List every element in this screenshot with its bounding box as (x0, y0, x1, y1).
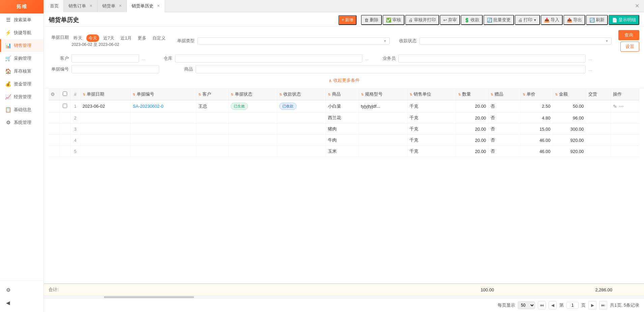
tab-sales-order[interactable]: 销售订单 ✕ (64, 0, 97, 12)
row-checkbox-cell[interactable] (59, 146, 70, 157)
row-checkbox-cell[interactable] (59, 124, 70, 135)
goods-input[interactable] (196, 65, 586, 73)
salesperson-input[interactable] (398, 54, 586, 62)
sidebar-item-base-info[interactable]: 📋 基础信息 (0, 103, 44, 116)
operations-icon: 📈 (5, 94, 11, 100)
col-unit-price[interactable]: ⇅ 单价 (521, 88, 553, 100)
row-spec: tyjyjtyjdf... (359, 100, 407, 112)
row-checkbox-cell[interactable] (59, 112, 70, 124)
doc-type-select[interactable]: ▼ (197, 37, 390, 45)
warehouse-ellipsis[interactable]: ... (365, 56, 369, 61)
col-checkbox[interactable] (59, 88, 70, 100)
settings-button[interactable]: 设置 (620, 42, 639, 52)
row-doc-status (228, 124, 277, 135)
date-btn-custom[interactable]: 自定义 (150, 34, 168, 42)
tab-home[interactable]: 首页 (45, 0, 64, 12)
date-btn-today[interactable]: 今天 (86, 34, 99, 42)
warehouse-input[interactable] (175, 54, 362, 62)
sort-icon: ⇅ (279, 93, 282, 96)
date-btn-yesterday[interactable]: 昨天 (72, 34, 84, 42)
col-settings[interactable]: ⚙ (49, 88, 59, 100)
horizontal-scrollbar[interactable] (44, 295, 644, 298)
tab-sales-history-close[interactable]: ✕ (157, 4, 160, 8)
date-options: 昨天 今天 近7天 近1月 更多 自定义 2023-06-02 至 2023-0… (72, 34, 168, 48)
doc-no-link[interactable]: SA-20230602-0 (133, 104, 163, 109)
col-gift[interactable]: ⇅ 赠品 (488, 88, 521, 100)
sidebar-bottom-item2[interactable]: ◀ (0, 296, 44, 309)
sidebar-item-sales-mgmt[interactable]: 📊 销售管理 (0, 39, 44, 52)
sidebar: 拓维 ☰ 搜索菜单 ⚡ 快捷导航 📊 销售管理 🛒 采购管理 🏠 库存核算 💰 … (0, 0, 44, 312)
col-spec[interactable]: ⇅ 规格型号 (359, 88, 407, 100)
col-amount[interactable]: ⇅ 金额 (553, 88, 586, 100)
table-wrapper[interactable]: ⚙ # ⇅ 单据日期 (44, 88, 644, 283)
show-detail-icon: 📄 (612, 18, 617, 23)
gear-icon[interactable]: ⚙ (51, 92, 55, 97)
row-checkbox[interactable] (63, 104, 67, 108)
row-checkbox-cell[interactable] (59, 135, 70, 146)
sidebar-item-search-menu[interactable]: ☰ 搜索菜单 (0, 14, 44, 26)
export-button[interactable]: 📤 导出 (563, 15, 585, 25)
collapse-button[interactable]: ∧ 收起更多条件 (49, 76, 639, 85)
tab-sales-delivery[interactable]: 销货单 ✕ (97, 0, 127, 12)
salesperson-ellipsis[interactable]: ... (588, 56, 592, 61)
more-icon[interactable]: ⋯ (619, 104, 624, 109)
collect-status-select[interactable]: ▼ (419, 37, 612, 45)
goods-ellipsis[interactable]: ... (588, 67, 592, 72)
col-doc-status[interactable]: ⇅ 单据状态 (228, 88, 277, 100)
first-page-btn[interactable]: ⏮ (538, 301, 546, 309)
query-button[interactable]: 查询 (618, 30, 639, 40)
date-btn-more[interactable]: 更多 (136, 34, 148, 42)
tab-home-label: 首页 (50, 3, 59, 9)
date-btn-1month[interactable]: 近1月 (118, 34, 134, 42)
refresh-button[interactable]: 🔃 刷新 (586, 15, 608, 25)
date-btn-7days[interactable]: 近7天 (101, 34, 116, 42)
col-date[interactable]: ⇅ 单据日期 (80, 88, 131, 100)
sidebar-item-operations[interactable]: 📈 经营管理 (0, 90, 44, 103)
sidebar-item-purchase-mgmt[interactable]: 🛒 采购管理 (0, 52, 44, 65)
customer-ellipsis[interactable]: ... (142, 56, 145, 61)
sort-icon: ⇅ (231, 93, 233, 96)
row-num: 1 (70, 100, 80, 112)
customer-input[interactable] (72, 54, 139, 62)
batch-change-button[interactable]: 🔄 批量变更 (483, 15, 514, 25)
import-button[interactable]: 📥 导入 (541, 15, 563, 25)
col-unit[interactable]: ⇅ 销售单位 (407, 88, 456, 100)
doc-no-input[interactable] (72, 65, 159, 73)
select-all-checkbox[interactable] (63, 92, 67, 96)
audit-print-button[interactable]: 🖨 审核并打印 (405, 15, 439, 25)
sidebar-item-sys-mgmt[interactable]: ⚙ 系统管理 (0, 116, 44, 129)
doc-status-badge: 已生效 (231, 103, 248, 110)
col-doc-no[interactable]: ⇅ 单据编号 (131, 88, 196, 100)
last-page-btn[interactable]: ⏭ (599, 301, 607, 309)
prev-page-btn[interactable]: ◀ (549, 301, 557, 309)
abandon-button[interactable]: ↩ 弃审 (440, 15, 460, 25)
sidebar-item-label: 基础信息 (14, 107, 31, 113)
col-customer[interactable]: ⇅ 客户 (196, 88, 229, 100)
col-collect-status[interactable]: ⇅ 收款状态 (277, 88, 326, 100)
row-checkbox-cell[interactable] (59, 100, 70, 112)
logo: 拓维 (0, 0, 44, 14)
tab-sales-delivery-close[interactable]: ✕ (119, 4, 122, 8)
col-quantity[interactable]: ⇅ 数量 (456, 88, 488, 100)
print-button[interactable]: 🖨 打印 ▼ (515, 15, 540, 25)
audit-button[interactable]: ✅ 审核 (383, 15, 404, 25)
sidebar-item-quick-nav[interactable]: ⚡ 快捷导航 (0, 26, 44, 39)
delete-button[interactable]: 🗑 删除 (361, 15, 382, 25)
edit-icon[interactable]: ✎ (613, 104, 617, 109)
next-page-btn[interactable]: ▶ (588, 301, 596, 309)
show-detail-button[interactable]: 📄 显示明细 (609, 15, 639, 25)
row-goods: 小白菜 (326, 100, 359, 112)
row-gift: 否 (488, 112, 521, 124)
page-input[interactable] (566, 302, 579, 309)
tab-sales-history[interactable]: 销货单历史 ✕ (127, 0, 165, 12)
sidebar-bottom-item1[interactable]: ⚙ (0, 284, 44, 296)
tab-close-all[interactable]: ✕ (632, 0, 643, 12)
new-button[interactable]: + 新增 (338, 15, 357, 25)
collapse-icon: ◀ (5, 300, 11, 306)
sidebar-item-finance[interactable]: 💰 资金管理 (0, 78, 44, 90)
per-page-select[interactable]: 50 100 200 (518, 302, 535, 309)
col-goods[interactable]: ⇅ 商品 (326, 88, 359, 100)
sidebar-item-inventory[interactable]: 🏠 库存核算 (0, 65, 44, 78)
tab-sales-order-close[interactable]: ✕ (89, 4, 92, 8)
collect-button[interactable]: 💲 收款 (461, 15, 483, 25)
